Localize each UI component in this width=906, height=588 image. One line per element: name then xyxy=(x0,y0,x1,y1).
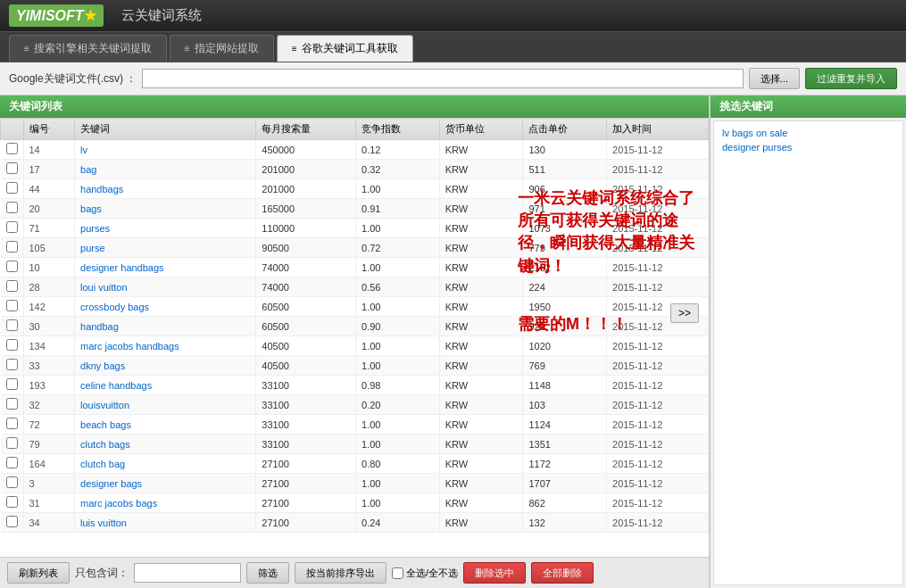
table-row: 34 luis vuitton 27100 0.24 KRW 132 2015-… xyxy=(1,513,709,533)
keyword-table-container[interactable]: 编号 关键词 每月搜索量 竞争指数 货币单位 点击单价 加入时间 14 xyxy=(0,118,709,557)
import-button[interactable]: 过滤重复并导入 xyxy=(805,68,897,89)
row-comp: 1.00 xyxy=(356,415,440,435)
row-checkbox[interactable] xyxy=(1,376,24,395)
filter-input[interactable] xyxy=(134,563,241,583)
row-id: 17 xyxy=(23,160,75,179)
row-monthly: 33100 xyxy=(256,415,356,435)
right-panel-content[interactable]: lv bags on saledesigner purses xyxy=(713,120,903,585)
row-monthly: 201000 xyxy=(256,179,356,199)
row-checkbox[interactable] xyxy=(1,317,24,336)
row-checkbox[interactable] xyxy=(1,415,24,435)
row-date: 2015-11-12 xyxy=(607,435,709,454)
tab-label-3: 谷歌关键词工具获取 xyxy=(302,41,398,56)
row-checkbox[interactable] xyxy=(1,219,24,238)
right-keyword-item[interactable]: designer purses xyxy=(719,140,898,154)
table-row: 28 loui vuitton 74000 0.56 KRW 224 2015-… xyxy=(1,277,709,297)
row-checkbox[interactable] xyxy=(1,336,24,356)
row-checkbox[interactable] xyxy=(1,179,24,199)
row-comp: 1.00 xyxy=(356,356,440,376)
row-keyword: dkny bags xyxy=(75,356,256,376)
row-comp: 1.00 xyxy=(356,336,440,356)
title-bar: YIMISOFT★ 云关键词系统 xyxy=(0,0,906,32)
row-cpc: 2162 xyxy=(523,258,607,277)
row-date: 2015-11-12 xyxy=(607,513,709,533)
select-all-label[interactable]: 全选/全不选 xyxy=(392,567,458,580)
row-date: 2015-11-12 xyxy=(607,356,709,376)
row-currency: KRW xyxy=(439,140,523,160)
row-checkbox[interactable] xyxy=(1,238,24,258)
arrow-button[interactable]: >> xyxy=(670,303,699,323)
right-keyword-item[interactable]: lv bags on sale xyxy=(719,126,898,140)
row-monthly: 33100 xyxy=(256,376,356,395)
row-cpc: 862 xyxy=(523,493,607,513)
row-checkbox[interactable] xyxy=(1,474,24,493)
filter-button[interactable]: 筛选 xyxy=(246,562,289,584)
table-row: 142 crossbody bags 60500 1.00 KRW 1950 2… xyxy=(1,297,709,317)
row-checkbox[interactable] xyxy=(1,356,24,376)
row-checkbox[interactable] xyxy=(1,395,24,415)
row-monthly: 74000 xyxy=(256,258,356,277)
row-monthly: 165000 xyxy=(256,199,356,219)
row-monthly: 60500 xyxy=(256,297,356,317)
row-currency: KRW xyxy=(439,258,523,277)
row-keyword: loui vuitton xyxy=(75,277,256,297)
col-currency: 货币单位 xyxy=(439,119,523,140)
row-cpc: 1148 xyxy=(523,376,607,395)
keyword-table: 编号 关键词 每月搜索量 竞争指数 货币单位 点击单价 加入时间 14 xyxy=(0,118,709,533)
row-currency: KRW xyxy=(439,493,523,513)
choose-button[interactable]: 选择... xyxy=(749,68,800,89)
row-monthly: 27100 xyxy=(256,474,356,493)
table-row: 14 lv 450000 0.12 KRW 130 2015-11-12 xyxy=(1,140,709,160)
refresh-button[interactable]: 刷新列表 xyxy=(7,562,70,584)
row-checkbox[interactable] xyxy=(1,513,24,533)
tab-google-tool[interactable]: ≡ 谷歌关键词工具获取 xyxy=(277,35,413,62)
tab-icon-2: ≡ xyxy=(185,44,190,54)
table-row: 79 clutch bags 33100 1.00 KRW 1351 2015-… xyxy=(1,435,709,454)
col-comp: 竞争指数 xyxy=(356,119,440,140)
row-currency: KRW xyxy=(439,160,523,179)
select-all-text: 全选/全不选 xyxy=(406,567,458,580)
row-keyword: louisvuitton xyxy=(75,395,256,415)
row-currency: KRW xyxy=(439,179,523,199)
row-comp: 0.72 xyxy=(356,238,440,258)
row-checkbox[interactable] xyxy=(1,277,24,297)
row-cpc: 906 xyxy=(523,179,607,199)
row-currency: KRW xyxy=(439,395,523,415)
logo-area: YIMISOFT★ xyxy=(9,4,104,27)
row-checkbox[interactable] xyxy=(1,493,24,513)
tab-search-engine[interactable]: ≡ 搜索引擎相关关键词提取 xyxy=(9,35,167,62)
row-checkbox[interactable] xyxy=(1,258,24,277)
table-row: 44 handbags 201000 1.00 KRW 906 2015-11-… xyxy=(1,179,709,199)
row-checkbox[interactable] xyxy=(1,297,24,317)
table-row: 20 bags 165000 0.91 KRW 971 2015-11-12 xyxy=(1,199,709,219)
row-keyword: clutch bag xyxy=(75,454,256,474)
keyword-list-header: 关键词列表 xyxy=(0,95,709,118)
row-cpc: 132 xyxy=(523,513,607,533)
table-row: 31 marc jacobs bags 27100 1.00 KRW 862 2… xyxy=(1,493,709,513)
row-checkbox[interactable] xyxy=(1,160,24,179)
row-comp: 1.00 xyxy=(356,297,440,317)
export-button[interactable]: 按当前排序导出 xyxy=(295,562,387,584)
row-date: 2015-11-12 xyxy=(607,493,709,513)
tab-bar: ≡ 搜索引擎相关关键词提取 ≡ 指定网站提取 ≡ 谷歌关键词工具获取 xyxy=(0,32,906,62)
delete-all-button[interactable]: 全部删除 xyxy=(531,562,594,584)
row-monthly: 201000 xyxy=(256,160,356,179)
row-checkbox[interactable] xyxy=(1,454,24,474)
row-id: 3 xyxy=(23,474,75,493)
delete-selected-button[interactable]: 删除选中 xyxy=(463,562,526,584)
row-checkbox[interactable] xyxy=(1,199,24,219)
row-checkbox[interactable] xyxy=(1,140,24,160)
row-monthly: 60500 xyxy=(256,317,356,336)
file-input[interactable] xyxy=(142,69,743,88)
tab-website[interactable]: ≡ 指定网站提取 xyxy=(170,35,274,62)
row-date: 2015-11-12 xyxy=(607,199,709,219)
row-cpc: 1707 xyxy=(523,474,607,493)
row-keyword: marc jacobs handbags xyxy=(75,336,256,356)
row-currency: KRW xyxy=(439,513,523,533)
select-all-checkbox[interactable] xyxy=(392,567,403,579)
row-comp: 0.24 xyxy=(356,513,440,533)
table-row: 30 handbag 60500 0.90 KRW 926 2015-11-12 xyxy=(1,317,709,336)
row-checkbox[interactable] xyxy=(1,435,24,454)
row-date: 2015-11-12 xyxy=(607,179,709,199)
row-currency: KRW xyxy=(439,277,523,297)
